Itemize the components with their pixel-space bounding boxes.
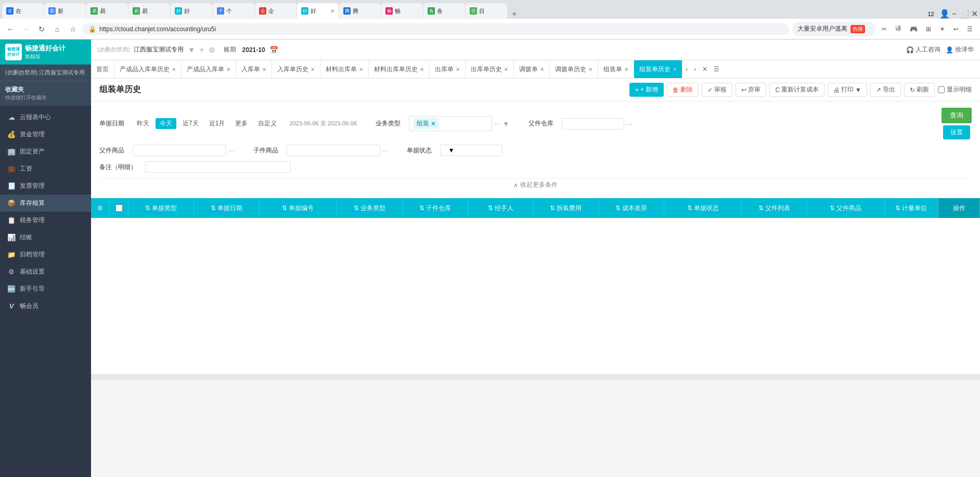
parent-warehouse-input[interactable] xyxy=(562,118,624,130)
show-detail-checkbox[interactable] xyxy=(938,86,945,93)
date-btn-custom[interactable]: 自定义 xyxy=(254,118,281,129)
home-button[interactable]: ⌂ xyxy=(51,23,63,35)
tab-out-order[interactable]: 出库单 ✕ xyxy=(430,60,466,78)
sidebar-item-cloud-report[interactable]: ☁ 云报表中心 xyxy=(0,109,91,126)
th-bill-no[interactable]: ⇅ 单据编号 xyxy=(260,198,337,218)
th-bill-date[interactable]: ⇅ 单据日期 xyxy=(194,198,260,218)
company-dropdown-icon[interactable]: ▼ xyxy=(188,46,195,54)
header-company[interactable]: 江西服宝测试专用 xyxy=(134,45,184,54)
close-button[interactable]: ✕ xyxy=(971,9,978,19)
sidebar-item-settings[interactable]: ⚙ 基础设置 xyxy=(0,263,91,280)
browser-tab-8-close[interactable]: ✕ xyxy=(330,8,334,14)
minimize-button[interactable]: − xyxy=(952,9,957,19)
browser-tab-2[interactable]: 新 新 xyxy=(44,3,86,19)
tab-scroll-left[interactable]: ‹ xyxy=(682,66,691,73)
biz-type-dropdown-icon[interactable]: ▼ xyxy=(502,120,510,128)
browser-tab-8[interactable]: 好 好 ✕ xyxy=(297,3,339,19)
browser-search-box[interactable]: 大量安卓用户逃离 热搜 xyxy=(792,22,875,36)
tab-production-in[interactable]: 产成品入库单 ✕ xyxy=(182,60,236,78)
audit-button[interactable]: ✓ 审核 xyxy=(702,83,732,97)
sidebar-item-inventory[interactable]: 📦 库存核算 xyxy=(0,195,91,212)
tab-close-assemble-hist[interactable]: ✕ xyxy=(588,67,592,72)
company-settings-icon[interactable]: ⚙ xyxy=(209,46,215,54)
show-detail-checkbox-label[interactable]: 显示明细 xyxy=(938,85,972,94)
date-btn-more[interactable]: 更多 xyxy=(231,118,252,129)
date-btn-today[interactable]: 今天 xyxy=(156,118,176,129)
recalc-button[interactable]: C 重新计算成本 xyxy=(769,83,824,97)
game-icon[interactable]: 🎮 xyxy=(907,23,921,35)
tab-combo-hist[interactable]: 组装单历史 ✕ xyxy=(634,60,682,78)
user-profile-btn[interactable]: 👤 徐泽华 xyxy=(946,45,974,54)
parent-goods-input[interactable] xyxy=(133,145,226,156)
child-goods-input[interactable] xyxy=(287,145,380,156)
forward-button[interactable]: → xyxy=(20,23,32,35)
tab-material-out[interactable]: 材料出库单 ✕ xyxy=(320,60,369,78)
th-handler[interactable]: ⇅ 经手人 xyxy=(468,198,534,218)
tab-close-in-order[interactable]: ✕ xyxy=(262,67,266,72)
th-bill-type[interactable]: ⇅ 单据类型 xyxy=(128,198,194,218)
sidebar-item-fixed-assets[interactable]: 🏢 固定资产 xyxy=(0,143,91,160)
tab-close-material-out-hist[interactable]: ✕ xyxy=(420,67,424,72)
refresh-button[interactable]: ↻ xyxy=(35,23,48,35)
tab-close-in-hist[interactable]: ✕ xyxy=(311,67,315,72)
browser-tab-3[interactable]: 易 易 xyxy=(86,3,128,19)
tab-close-production-in-hist[interactable]: ✕ xyxy=(172,67,176,72)
browser-tab-9[interactable]: 腾 腾 xyxy=(339,3,381,19)
company-selector[interactable]: (勿删勿禁用) 江西服宝测试专用 xyxy=(0,65,91,81)
th-gear[interactable]: ⚙ xyxy=(91,198,110,218)
tab-close-assemble[interactable]: ✕ xyxy=(540,67,544,72)
browser-tab-1[interactable]: 在 在 xyxy=(2,3,44,19)
biz-type-tag-close[interactable]: ✕ xyxy=(431,120,436,127)
th-parent-list[interactable]: ⇅ 父件列表 xyxy=(742,198,807,218)
url-field[interactable]: 🔒 https://cloud.chanjet.com/accounting/u… xyxy=(82,23,789,35)
browser-tab-11[interactable]: 各 各 xyxy=(423,3,465,19)
date-btn-7days[interactable]: 近7天 xyxy=(178,118,203,129)
th-bill-status[interactable]: ⇅ 单据状态 xyxy=(664,198,742,218)
tab-close-material-out[interactable]: ✕ xyxy=(359,67,363,72)
tab-material-out-hist[interactable]: 材料出库单历史 ✕ xyxy=(369,60,430,78)
browser-tab-4[interactable]: 易 易 xyxy=(128,3,170,19)
sidebar-item-settlement[interactable]: 📊 结账 xyxy=(0,229,91,246)
tab-close-out-hist[interactable]: ✕ xyxy=(504,67,508,72)
period-calendar-icon[interactable]: 📅 xyxy=(269,46,278,54)
profile-icon[interactable]: 👤 xyxy=(939,9,950,19)
undo-icon[interactable]: ↩ xyxy=(950,23,962,35)
sidebar-item-archive[interactable]: 📁 归档管理 xyxy=(0,246,91,263)
browser-tab-12[interactable]: 目 目 xyxy=(466,3,507,19)
query-button[interactable]: 查询 xyxy=(942,108,972,123)
sidebar-item-invoice[interactable]: 🧾 发票管理 xyxy=(0,177,91,195)
tab-close-all[interactable]: ✕ xyxy=(699,66,711,73)
note-input[interactable] xyxy=(145,161,291,173)
apps-icon[interactable]: ⊞ xyxy=(923,23,934,35)
tab-combo[interactable]: 组装单 ✕ xyxy=(598,60,634,78)
back-button[interactable]: ← xyxy=(4,23,17,35)
tab-close-production-in[interactable]: ✕ xyxy=(226,67,230,72)
sidebar-item-member[interactable]: V 畅会员 xyxy=(0,298,91,315)
th-parent-goods[interactable]: ⇅ 父件商品 xyxy=(807,198,885,218)
browser-tab-5[interactable]: 好 好 xyxy=(171,3,212,19)
add-company-icon[interactable]: + xyxy=(199,45,204,55)
add-button[interactable]: + + 新增 xyxy=(629,83,664,97)
th-unit[interactable]: ⇅ 计量单位 xyxy=(885,198,938,218)
tab-production-in-hist[interactable]: 产成品入库单历史 ✕ xyxy=(114,60,182,78)
order-status-dropdown[interactable]: ▼ xyxy=(440,145,502,156)
tab-home[interactable]: 首页 xyxy=(91,60,114,78)
export-button[interactable]: ↗ 导出 xyxy=(870,83,901,97)
th-disassemble-fee[interactable]: ⇅ 拆装费用 xyxy=(534,198,599,218)
tab-close-combo-hist[interactable]: ✕ xyxy=(673,67,677,72)
parent-goods-more[interactable]: ··· xyxy=(228,146,235,154)
maximize-button[interactable]: ⬜ xyxy=(959,9,969,19)
browser-tab-6[interactable]: 个 个 xyxy=(213,3,254,19)
tab-assemble[interactable]: 调拨单 ✕ xyxy=(514,60,550,78)
extensions-icon[interactable]: ✂ xyxy=(879,23,890,35)
print-button[interactable]: 🖨 打印 ▼ xyxy=(828,83,867,97)
tab-in-hist[interactable]: 入库单历史 ✕ xyxy=(272,60,320,78)
tab-scroll-right[interactable]: › xyxy=(691,66,699,73)
horizontal-scrollbar[interactable] xyxy=(91,374,980,380)
parent-warehouse-more[interactable]: ··· xyxy=(626,120,633,128)
customer-service-btn[interactable]: 🎧 人工咨询 xyxy=(906,45,940,54)
th-checkbox[interactable] xyxy=(110,198,128,218)
settings-button[interactable]: 设置 xyxy=(943,125,970,139)
theme-icon[interactable]: ☀ xyxy=(936,23,948,35)
sidebar-item-capital[interactable]: 💰 资金管理 xyxy=(0,126,91,143)
